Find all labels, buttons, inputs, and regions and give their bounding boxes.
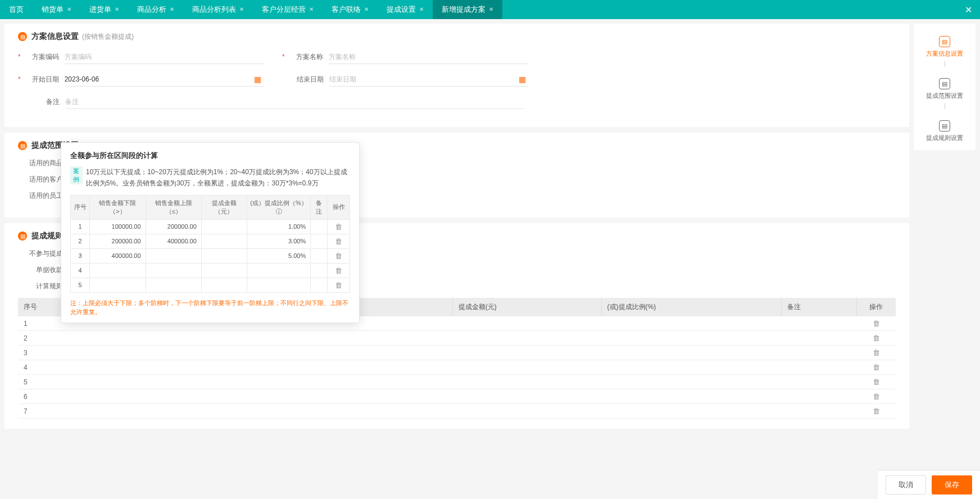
col-header: 提成金额(元)	[452, 298, 601, 316]
col-header: 销售金额下限（>）	[90, 195, 146, 219]
col-header: 销售金额上限（≤）	[146, 195, 201, 219]
close-icon[interactable]: ✕	[419, 0, 424, 19]
delete-icon[interactable]: 🗑	[873, 348, 880, 357]
tab-bar: 首页销货单✕进货单✕商品分析✕商品分析列表✕客户分层经营✕客户联络✕提成设置✕新…	[0, 0, 980, 19]
input-code[interactable]	[65, 49, 264, 64]
label-calc-rule: 计算规则	[18, 282, 63, 291]
table-row: 1100000.00200000.001.00%🗑	[71, 219, 350, 234]
table-row[interactable]: 2🗑	[18, 331, 896, 346]
col-header: (或)提成比例(%)	[601, 298, 781, 316]
tab-商品分析列表[interactable]: 商品分析列表✕	[183, 0, 253, 19]
required-star: *	[18, 75, 21, 83]
tooltip-heading: 全额参与所在区间段的计算	[70, 151, 350, 161]
input-remark[interactable]	[65, 94, 524, 109]
label-receipt: 单据收款	[18, 265, 63, 275]
delete-icon[interactable]: 🗑	[873, 319, 880, 328]
required-star: *	[18, 53, 21, 61]
col-header: 操作	[328, 195, 350, 219]
tab-销货单[interactable]: 销货单✕	[33, 0, 80, 19]
delete-icon[interactable]: 🗑	[873, 378, 880, 386]
tab-新增提成方案[interactable]: 新增提成方案✕	[433, 0, 502, 19]
table-row[interactable]: 6🗑	[18, 389, 896, 404]
section-icon: ▤	[18, 232, 27, 241]
sidenav-item[interactable]: ▤提成规则设置	[914, 117, 976, 150]
table-row[interactable]: 5🗑	[18, 375, 896, 389]
close-icon[interactable]: ✕	[309, 0, 314, 19]
close-icon[interactable]: ✕	[115, 0, 119, 19]
table-row[interactable]: 4🗑	[18, 360, 896, 375]
section-icon: ▤	[939, 78, 950, 89]
delete-icon[interactable]: 🗑	[335, 252, 342, 260]
col-header: 备注	[781, 298, 856, 316]
tab-客户分层经营[interactable]: 客户分层经营✕	[253, 0, 323, 19]
delete-icon[interactable]: 🗑	[335, 223, 342, 231]
delete-icon[interactable]: 🗑	[873, 334, 880, 342]
side-nav: ▤方案信息设置▤提成范围设置▤提成规则设置	[914, 24, 976, 150]
tab-商品分析[interactable]: 商品分析✕	[128, 0, 183, 19]
panel-title: 方案信息设置	[31, 31, 79, 42]
example-text: 10万元以下无提成；10~20万元提成比例为1%；20~40万提成比例为3%；4…	[86, 166, 350, 189]
sidenav-item[interactable]: ▤提成范围设置	[914, 75, 976, 117]
delete-icon[interactable]: 🗑	[873, 363, 880, 371]
label-start-date: 开始日期	[23, 75, 59, 84]
tooltip-table: 序号销售金额下限（>）销售金额上限（≤）提成金额（元）(或）提成比例（%）ⓘ备注…	[70, 195, 350, 293]
input-end-date[interactable]	[329, 72, 529, 87]
label-end-date: 结束日期	[288, 75, 324, 84]
col-header: 操作	[856, 298, 896, 316]
panel-plan-info: ▤ 方案信息设置 (按销售金额提成) * 方案编码 * 方案名称 *	[4, 24, 909, 127]
panel-subtitle: (按销售金额提成)	[82, 32, 134, 42]
label-remark: 备注	[24, 97, 60, 107]
col-header: 序号	[71, 195, 90, 219]
table-row: 5🗑	[71, 278, 350, 292]
table-row[interactable]: 3🗑	[18, 346, 896, 360]
table-row: 3400000.005.00%🗑	[71, 248, 350, 263]
sidenav-label: 提成规则设置	[914, 134, 976, 142]
tooltip-example: 全额参与所在区间段的计算 案例 10万元以下无提成；10~20万元提成比例为1%…	[61, 142, 360, 323]
section-icon: ▤	[18, 32, 27, 41]
table-row: 4🗑	[71, 263, 350, 278]
close-all-icon[interactable]: ✕	[957, 4, 980, 15]
label-staff: 适用的员工	[18, 191, 63, 201]
sidenav-label: 提成范围设置	[914, 92, 976, 100]
close-icon[interactable]: ✕	[239, 0, 244, 19]
col-header: (或）提成比例（%）ⓘ	[247, 195, 310, 219]
example-tag: 案例	[70, 166, 83, 184]
tab-提成设置[interactable]: 提成设置✕	[378, 0, 433, 19]
close-icon[interactable]: ✕	[489, 0, 493, 19]
delete-icon[interactable]: 🗑	[335, 266, 342, 275]
table-row: 2200000.00400000.003.00%🗑	[71, 234, 350, 248]
tooltip-note: 注：上限必须大于下限；多个阶梯时，下一个阶梯下限要等于前一阶梯上限；不同行之间下…	[70, 298, 350, 317]
delete-icon[interactable]: 🗑	[335, 281, 342, 289]
input-start-date[interactable]	[65, 72, 264, 87]
col-header: 提成金额（元）	[201, 195, 247, 219]
label-code: 方案编码	[23, 52, 59, 62]
label-goods: 适用的商品	[18, 158, 63, 168]
sidenav-label: 方案信息设置	[914, 49, 976, 58]
section-icon: ▤	[18, 141, 27, 150]
tab-客户联络[interactable]: 客户联络✕	[323, 0, 378, 19]
sidenav-item[interactable]: ▤方案信息设置	[914, 33, 976, 75]
close-icon[interactable]: ✕	[364, 0, 369, 19]
label-name: 方案名称	[287, 52, 323, 62]
label-customer: 适用的客户	[18, 175, 63, 184]
table-row[interactable]: 7🗑	[18, 404, 896, 419]
tab-进货单[interactable]: 进货单✕	[80, 0, 128, 19]
input-name[interactable]	[329, 49, 528, 64]
delete-icon[interactable]: 🗑	[873, 392, 880, 401]
close-icon[interactable]: ✕	[170, 0, 174, 19]
col-header: 备注	[311, 195, 328, 219]
delete-icon[interactable]: 🗑	[335, 237, 342, 246]
tab-首页[interactable]: 首页	[0, 0, 33, 19]
delete-icon[interactable]: 🗑	[873, 407, 880, 415]
required-star: *	[282, 53, 285, 61]
close-icon[interactable]: ✕	[67, 0, 71, 19]
label-exclude: 不参与提成	[18, 249, 63, 258]
section-icon: ▤	[939, 36, 950, 47]
section-icon: ▤	[939, 120, 950, 131]
